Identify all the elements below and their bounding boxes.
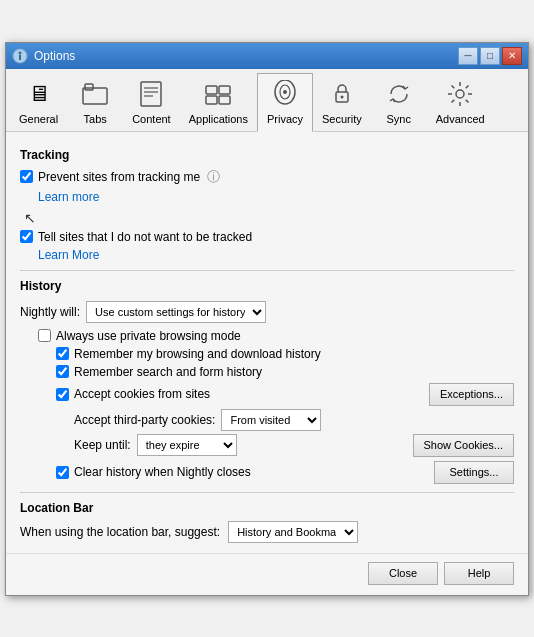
tell-sites-label: Tell sites that I do not want to be trac… (38, 230, 252, 244)
remember-search-label: Remember search and form history (74, 365, 262, 379)
history-section-title: History (20, 279, 514, 293)
advanced-icon (444, 78, 476, 110)
tab-content[interactable]: Content (123, 73, 180, 131)
third-party-label: Accept third-party cookies: (74, 413, 215, 427)
tabs-icon (79, 78, 111, 110)
tab-privacy-label: Privacy (267, 113, 303, 125)
main-content: Tracking Prevent sites from tracking me … (6, 132, 528, 553)
svg-rect-2 (19, 55, 21, 60)
general-icon: 🖥 (23, 78, 55, 110)
tab-sync[interactable]: Sync (371, 73, 427, 131)
clear-history-label: Clear history when Nightly closes (74, 465, 251, 479)
settings-button[interactable]: Settings... (434, 461, 514, 484)
window-title: Options (34, 49, 75, 63)
security-icon (326, 78, 358, 110)
close-button[interactable]: Close (368, 562, 438, 585)
tab-privacy[interactable]: Privacy (257, 73, 313, 132)
svg-rect-10 (219, 86, 230, 94)
cursor-area: ↖ (24, 210, 514, 226)
keep-until-row: Keep until: they expire I close Firefox … (20, 434, 514, 457)
accept-cookies-checkbox[interactable] (56, 388, 69, 401)
tab-advanced[interactable]: Advanced (427, 73, 494, 131)
close-window-button[interactable]: ✕ (502, 47, 522, 65)
svg-point-1 (19, 51, 22, 54)
third-party-row: Accept third-party cookies: Always From … (74, 409, 514, 431)
privacy-icon (269, 78, 301, 110)
show-cookies-button[interactable]: Show Cookies... (413, 434, 514, 457)
tab-sync-label: Sync (387, 113, 411, 125)
clear-history-left: Clear history when Nightly closes (56, 465, 251, 479)
nightly-will-label: Nightly will: (20, 305, 80, 319)
tab-general-label: General (19, 113, 58, 125)
tab-security[interactable]: Security (313, 73, 371, 131)
info-icon: ⓘ (207, 168, 220, 186)
help-button[interactable]: Help (444, 562, 514, 585)
remember-search-row: Remember search and form history (56, 365, 514, 379)
tab-content-label: Content (132, 113, 171, 125)
cursor-icon: ↖ (24, 210, 36, 226)
always-private-label: Always use private browsing mode (56, 329, 241, 343)
minimize-button[interactable]: ─ (458, 47, 478, 65)
titlebar: Options ─ □ ✕ (6, 43, 528, 69)
history-dropdown-row: Nightly will: Remember history Never rem… (20, 301, 514, 323)
keep-until-label: Keep until: (74, 438, 131, 452)
prevent-tracking-row: Prevent sites from tracking me ⓘ (20, 168, 514, 186)
tab-tabs-label: Tabs (84, 113, 107, 125)
exceptions-button[interactable]: Exceptions... (429, 383, 514, 406)
tab-security-label: Security (322, 113, 362, 125)
history-select[interactable]: Remember history Never remember history … (86, 301, 266, 323)
always-private-checkbox[interactable] (38, 329, 51, 342)
tab-general[interactable]: 🖥 General (10, 73, 67, 131)
sync-icon (383, 78, 415, 110)
maximize-button[interactable]: □ (480, 47, 500, 65)
prevent-tracking-checkbox[interactable] (20, 170, 33, 183)
svg-rect-9 (206, 86, 217, 94)
titlebar-left: Options (12, 48, 75, 64)
svg-rect-4 (85, 84, 93, 90)
tell-sites-checkbox[interactable] (20, 230, 33, 243)
third-party-select[interactable]: Always From visited Never (221, 409, 321, 431)
tab-applications-label: Applications (189, 113, 248, 125)
remember-browsing-checkbox[interactable] (56, 347, 69, 360)
titlebar-controls: ─ □ ✕ (458, 47, 522, 65)
remember-search-checkbox[interactable] (56, 365, 69, 378)
accept-cookies-row: Accept cookies from sites Exceptions... (20, 383, 514, 406)
divider-2 (20, 492, 514, 493)
svg-rect-11 (206, 96, 217, 104)
keep-until-left: Keep until: they expire I close Firefox … (74, 434, 237, 456)
divider-1 (20, 270, 514, 271)
tab-tabs[interactable]: Tabs (67, 73, 123, 131)
svg-rect-5 (141, 82, 161, 106)
clear-history-row: Clear history when Nightly closes Settin… (20, 461, 514, 484)
remember-browsing-row: Remember my browsing and download histor… (56, 347, 514, 361)
svg-point-15 (283, 90, 287, 94)
learn-more-2-link[interactable]: Learn More (38, 248, 514, 262)
svg-rect-12 (219, 96, 230, 104)
accept-cookies-left: Accept cookies from sites (56, 387, 210, 401)
location-bar-title: Location Bar (20, 501, 514, 515)
footer: Close Help (6, 553, 528, 595)
tell-sites-row: Tell sites that I do not want to be trac… (20, 230, 514, 244)
always-private-row: Always use private browsing mode (38, 329, 514, 343)
keep-until-select[interactable]: they expire I close Firefox ask me every… (137, 434, 237, 456)
location-bar-row: When using the location bar, suggest: Hi… (20, 521, 514, 543)
tab-applications[interactable]: Applications (180, 73, 257, 131)
toolbar: 🖥 General Tabs Content Applications P (6, 69, 528, 132)
suggest-select[interactable]: History and Bookmarks History Bookmarks … (228, 521, 358, 543)
tab-advanced-label: Advanced (436, 113, 485, 125)
svg-point-17 (340, 95, 343, 98)
applications-icon (202, 78, 234, 110)
svg-point-18 (456, 90, 464, 98)
learn-more-1-link[interactable]: Learn more (38, 190, 514, 204)
clear-history-checkbox[interactable] (56, 466, 69, 479)
prevent-tracking-label: Prevent sites from tracking me (38, 170, 200, 184)
accept-cookies-label: Accept cookies from sites (74, 387, 210, 401)
content-icon (135, 78, 167, 110)
tracking-section-title: Tracking (20, 148, 514, 162)
remember-browsing-label: Remember my browsing and download histor… (74, 347, 321, 361)
suggest-label: When using the location bar, suggest: (20, 525, 220, 539)
options-window: Options ─ □ ✕ 🖥 General Tabs Content (5, 42, 529, 596)
window-icon (12, 48, 28, 64)
